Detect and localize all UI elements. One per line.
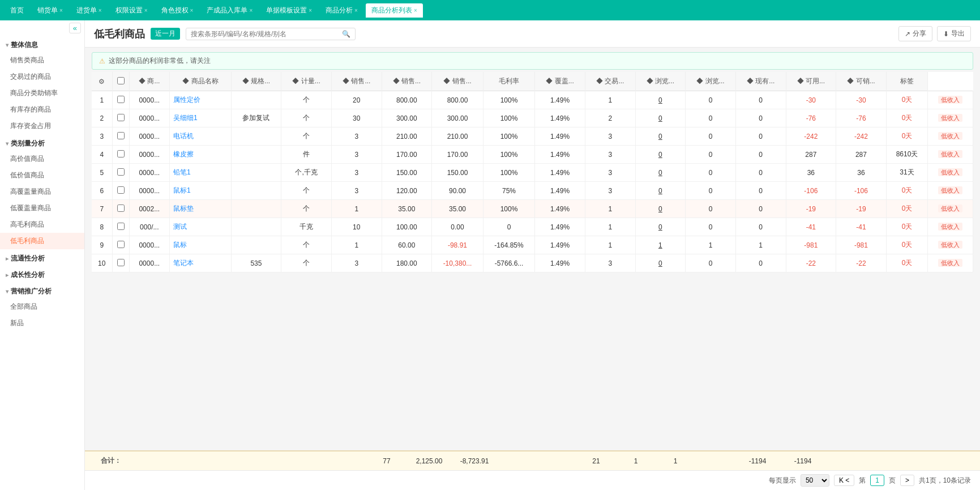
- cell-sale2: -98.91: [432, 236, 483, 254]
- cell-qty: 1: [331, 200, 382, 218]
- cell-check[interactable]: [112, 218, 129, 236]
- cell-name[interactable]: 笔记本: [170, 254, 232, 272]
- nav-close-product-analysis[interactable]: ×: [354, 7, 358, 14]
- cell-name[interactable]: 铅笔1: [170, 164, 232, 182]
- nav-close-permissions[interactable]: ×: [144, 7, 148, 14]
- sidebar-item-traded-products[interactable]: 交易过的商品: [0, 69, 84, 85]
- nav-close-roles[interactable]: ×: [190, 7, 194, 14]
- cell-check[interactable]: [112, 200, 129, 218]
- table-row: 8 000/... 测试 千克 10 100.00 0.00 0 1.49% 1…: [92, 218, 973, 236]
- cell-name[interactable]: 测试: [170, 218, 232, 236]
- sidebar-item-high-coverage[interactable]: 高覆盖量商品: [0, 184, 84, 200]
- cell-check[interactable]: [112, 146, 129, 164]
- nav-home[interactable]: 首页: [5, 3, 29, 18]
- sidebar-item-low-coverage[interactable]: 低覆盖量商品: [0, 200, 84, 216]
- nav-product-entry[interactable]: 产成品入库单 ×: [201, 3, 258, 18]
- nav-product-analysis-list[interactable]: 商品分析列表 ×: [366, 3, 423, 18]
- cell-check[interactable]: [112, 236, 129, 254]
- sidebar-group-category[interactable]: ▾ 类别量分析: [0, 134, 84, 151]
- cell-code: 0000...: [129, 164, 170, 182]
- sidebar-item-category-sales[interactable]: 商品分类助销率: [0, 85, 84, 101]
- cell-check[interactable]: [112, 109, 129, 127]
- sidebar-item-low-value[interactable]: 低价值商品: [0, 167, 84, 184]
- nav-permissions[interactable]: 权限设置 ×: [110, 3, 153, 18]
- sidebar-item-stock-capital[interactable]: 库存资金占用: [0, 118, 84, 134]
- arrow-circulation: ▸: [6, 255, 8, 262]
- footer-stock: -1194: [735, 457, 780, 465]
- time-filter-btn[interactable]: 近一月: [151, 28, 180, 40]
- sidebar-collapse-btn[interactable]: «: [69, 23, 81, 33]
- cell-view2: 0: [735, 127, 786, 146]
- select-all-checkbox[interactable]: [117, 77, 125, 84]
- cell-name[interactable]: 鼠标: [170, 236, 232, 254]
- nav-sales[interactable]: 销货单 ×: [32, 3, 69, 18]
- cell-check[interactable]: [112, 91, 129, 109]
- nav-close-product-analysis-list[interactable]: ×: [414, 7, 417, 14]
- nav-close-product-entry[interactable]: ×: [249, 7, 253, 14]
- nav-purchase[interactable]: 进货单 ×: [71, 3, 108, 18]
- cell-check[interactable]: [112, 164, 129, 182]
- export-button[interactable]: ⬇ 导出: [937, 26, 971, 41]
- cell-qty: 3: [331, 127, 382, 146]
- th-checkbox[interactable]: [112, 72, 129, 91]
- sidebar-item-high-value[interactable]: 高价值商品: [0, 151, 84, 167]
- cell-stock: -19: [786, 200, 836, 218]
- row-checkbox[interactable]: [117, 150, 125, 157]
- th-settings[interactable]: ⚙: [92, 72, 112, 91]
- nav-roles[interactable]: 角色授权 ×: [156, 3, 199, 18]
- sidebar-group-growth[interactable]: ▸ 成长性分析: [0, 266, 84, 282]
- cell-name[interactable]: 电话机: [170, 127, 232, 146]
- row-checkbox[interactable]: [117, 241, 125, 248]
- sidebar-item-new-products[interactable]: 新品: [0, 315, 84, 331]
- row-checkbox[interactable]: [117, 114, 125, 121]
- footer-label: 合计：: [92, 456, 177, 466]
- per-page-select[interactable]: 50 100 200: [801, 474, 829, 487]
- cell-check[interactable]: [112, 182, 129, 200]
- cell-name[interactable]: 属性定价: [170, 91, 232, 109]
- sidebar-group-marketing[interactable]: ▾ 营销推广分析: [0, 282, 84, 299]
- row-checkbox[interactable]: [117, 168, 125, 176]
- row-checkbox[interactable]: [117, 186, 125, 194]
- next-page-btn[interactable]: >: [900, 475, 914, 486]
- sidebar-group-circulation[interactable]: ▸ 流通性分析: [0, 249, 84, 266]
- nav-close-template[interactable]: ×: [309, 7, 312, 14]
- nav-close-sales[interactable]: ×: [59, 7, 63, 14]
- sidebar-item-low-margin[interactable]: 低毛利商品: [0, 233, 84, 249]
- cell-name[interactable]: 吴细细1: [170, 109, 232, 127]
- nav-close-purchase[interactable]: ×: [99, 7, 102, 14]
- row-checkbox[interactable]: [117, 96, 125, 103]
- cell-sale1: 300.00: [382, 109, 432, 127]
- cell-check[interactable]: [112, 254, 129, 272]
- sidebar-item-in-stock[interactable]: 有库存的商品: [0, 101, 84, 118]
- nav-template[interactable]: 单据模板设置 ×: [260, 3, 318, 18]
- sidebar-group-general[interactable]: ▾ 整体信息: [0, 36, 84, 52]
- cell-name[interactable]: 橡皮擦: [170, 146, 232, 164]
- cell-qty: 1: [331, 236, 382, 254]
- cell-stock: -981: [786, 236, 836, 254]
- cell-check[interactable]: [112, 127, 129, 146]
- share-button[interactable]: ↗ 分享: [898, 26, 932, 41]
- cell-qty: 10: [331, 218, 382, 236]
- sidebar-group-general-label: 整体信息: [11, 40, 38, 50]
- cell-coverage: 2: [585, 109, 635, 127]
- th-sale2: ◆ 销售...: [432, 72, 483, 91]
- cell-name[interactable]: 鼠标垫: [170, 200, 232, 218]
- row-checkbox[interactable]: [117, 223, 125, 230]
- pagination-bar: 每页显示 50 100 200 K < 第 1 页 > 共1页，10条记录: [85, 470, 980, 490]
- search-icon[interactable]: 🔍: [342, 30, 350, 38]
- cell-view2: 1: [735, 236, 786, 254]
- cell-seq: 6: [92, 182, 112, 200]
- row-checkbox[interactable]: [117, 204, 125, 212]
- row-checkbox[interactable]: [117, 132, 125, 139]
- cell-tag: 低收入: [928, 200, 973, 218]
- sidebar-item-high-margin[interactable]: 高毛利商品: [0, 216, 84, 233]
- search-input[interactable]: [191, 30, 340, 38]
- row-checkbox[interactable]: [117, 259, 125, 266]
- cell-sale2: 150.00: [432, 164, 483, 182]
- cell-name[interactable]: 鼠标1: [170, 182, 232, 200]
- prev-page-btn[interactable]: K <: [834, 475, 854, 486]
- sidebar-item-sales-products[interactable]: 销售类商品: [0, 52, 84, 69]
- sidebar-item-all-products[interactable]: 全部商品: [0, 299, 84, 315]
- nav-product-analysis[interactable]: 商品分析 ×: [320, 3, 363, 18]
- cell-sale1: 800.00: [382, 91, 432, 109]
